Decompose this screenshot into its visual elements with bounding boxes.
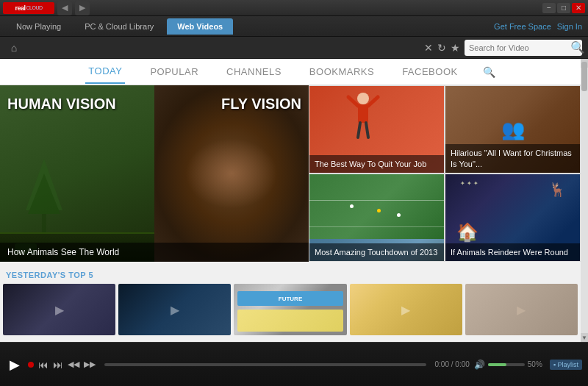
forward-button[interactable]: ▶ [75, 1, 90, 15]
nav-bookmarks[interactable]: BOOKMARKS [306, 60, 377, 83]
back-forward-nav: ◀ ▶ [57, 1, 90, 15]
yesterday-row: ▶ ▶ FUTURE ▶ ▶ [0, 284, 581, 335]
nav-tabs: Now Playing PC & Cloud Library Web Video… [0, 16, 588, 37]
yesterday-thumb-1[interactable]: ▶ [3, 284, 115, 335]
maximize-button[interactable]: □ [557, 3, 570, 13]
yesterday-title: YESTERDAY'S TOP 5 [0, 268, 581, 284]
side-video-3[interactable]: Most Amazing Touchdown of 2013 [309, 174, 445, 262]
side-video-2[interactable]: 👥 Hilarious "All I Want for Christmas Is… [445, 85, 581, 174]
scrollbar[interactable]: ▲ ▼ [581, 59, 588, 342]
nav-facebook[interactable]: FACEBOOK [399, 60, 461, 83]
search-input[interactable] [469, 43, 570, 52]
nav-channels[interactable]: CHANNELS [223, 60, 284, 83]
svg-line-5 [348, 97, 358, 106]
svg-line-6 [368, 97, 378, 106]
person-figure [345, 90, 381, 141]
videos-section: HUMAN VISION FLY VISION How Animals See … [0, 85, 581, 335]
content-area: TODAY POPULAR CHANNELS BOOKMARKS FACEBOO… [0, 59, 588, 342]
volume-icon[interactable]: 🔊 [474, 360, 485, 370]
bookmark-icon[interactable]: ★ [451, 42, 460, 54]
close-tab-icon[interactable]: ✕ [424, 42, 433, 54]
sign-in-link[interactable]: Sign In [557, 22, 582, 31]
minimize-button[interactable]: − [542, 3, 556, 13]
side-video-3-caption: Most Amazing Touchdown of 2013 [309, 243, 444, 261]
player-bar: ▶ ⏮ ⏭ ◀◀ ▶▶ 0:00 / 0:00 🔊 50% ▪ Playlist [0, 342, 588, 386]
app-logo: real CLOUD [3, 2, 54, 14]
search-box[interactable]: 🔍 [465, 40, 582, 56]
yesterday-thumb-3[interactable]: FUTURE [234, 284, 346, 335]
yesterday-thumb-5[interactable]: ▶ [465, 284, 578, 335]
tab-web-videos[interactable]: Web Videos [167, 18, 233, 35]
side-video-1-caption: The Best Way To Quit Your Job [309, 155, 444, 173]
back-button[interactable]: ◀ [57, 1, 72, 15]
play-button[interactable]: ▶ [6, 356, 24, 374]
featured-video[interactable]: HUMAN VISION FLY VISION How Animals See … [0, 85, 309, 262]
player-controls: ▶ ⏮ ⏭ ◀◀ ▶▶ 0:00 / 0:00 🔊 50% ▪ Playlist [6, 354, 582, 376]
home-button[interactable]: ⌂ [6, 40, 22, 56]
side-video-2-caption: Hilarious "All I Want for Christmas Is Y… [445, 144, 580, 173]
rewind-button[interactable]: ◀◀ [68, 360, 79, 369]
close-button[interactable]: ✕ [572, 3, 585, 13]
toolbar: ⌂ ✕ ↻ ★ 🔍 [0, 37, 588, 59]
tab-pc-cloud[interactable]: PC & Cloud Library [74, 18, 164, 35]
nav-right: Get Free Space Sign In [494, 22, 582, 31]
side-video-1[interactable]: The Best Way To Quit Your Job [309, 85, 445, 174]
side-video-4[interactable]: 🏠 🦌 ✦ ✦ ✦ If Animals Reindeer Were Round [445, 174, 581, 262]
volume-percent: 50% [528, 360, 542, 368]
top-row: HUMAN VISION FLY VISION How Animals See … [0, 85, 581, 262]
nav-search-icon[interactable]: 🔍 [483, 66, 495, 78]
secondary-nav: TODAY POPULAR CHANNELS BOOKMARKS FACEBOO… [0, 59, 581, 85]
title-bar: real CLOUD ◀ ▶ − □ ✕ [0, 0, 588, 16]
yesterday-thumb-2[interactable]: ▶ [118, 284, 231, 335]
featured-caption: How Animals See The World [0, 243, 309, 262]
stop-indicator [28, 362, 34, 368]
svg-line-8 [366, 123, 368, 137]
volume-fill [488, 363, 506, 366]
playlist-button[interactable]: ▪ Playlist [550, 360, 582, 370]
title-bar-left: real CLOUD ◀ ▶ [3, 1, 96, 15]
svg-point-3 [357, 93, 369, 104]
scrollbar-thumb[interactable] [581, 62, 587, 91]
scroll-down-arrow[interactable]: ▼ [581, 333, 588, 342]
time-display: 0:00 / 0:00 [435, 360, 470, 368]
next-button[interactable]: ⏭ [53, 359, 63, 371]
side-video-4-caption: If Animals Reindeer Were Round [445, 243, 580, 261]
progress-bar[interactable] [104, 363, 426, 366]
toolbar-icons: ✕ ↻ ★ [424, 42, 460, 54]
tab-now-playing[interactable]: Now Playing [6, 18, 71, 35]
tree-silhouette [22, 159, 66, 232]
side-videos: The Best Way To Quit Your Job 👥 Hilariou… [309, 85, 581, 262]
svg-rect-4 [358, 104, 368, 123]
yesterday-thumb-4[interactable]: ▶ [350, 284, 462, 335]
svg-line-7 [358, 123, 360, 137]
prev-button[interactable]: ⏮ [38, 359, 49, 371]
yesterday-section: YESTERDAY'S TOP 5 ▶ ▶ FUTURE [0, 262, 581, 335]
fast-forward-button[interactable]: ▶▶ [84, 360, 96, 369]
window-controls: − □ ✕ [542, 3, 585, 13]
nav-popular[interactable]: POPULAR [147, 60, 201, 83]
search-icon: 🔍 [570, 40, 585, 54]
refresh-icon[interactable]: ↻ [437, 42, 446, 54]
nav-today[interactable]: TODAY [85, 60, 125, 84]
volume-bar[interactable] [488, 363, 525, 366]
main-content: TODAY POPULAR CHANNELS BOOKMARKS FACEBOO… [0, 59, 581, 342]
volume-section: 🔊 50% [474, 360, 542, 370]
featured-title-right: FLY VISION [221, 96, 301, 112]
get-free-space-link[interactable]: Get Free Space [494, 22, 551, 31]
featured-title-left: HUMAN VISION [7, 96, 116, 112]
